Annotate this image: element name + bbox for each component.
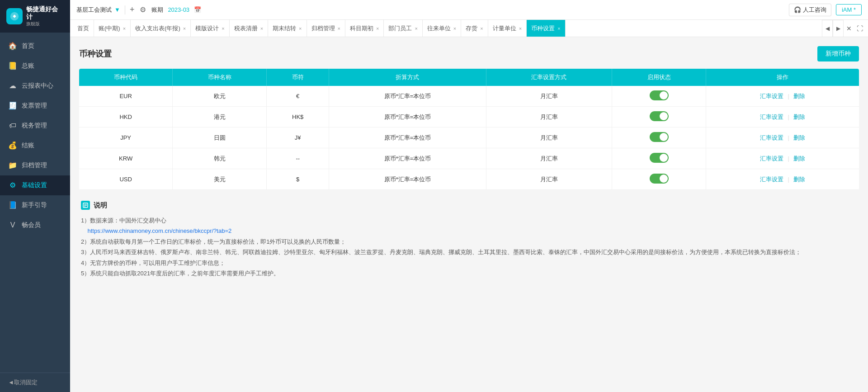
tab-----[interactable]: 税表清册× [230, 20, 268, 37]
rate-settings-link[interactable]: 汇率设置 [760, 155, 783, 162]
tab-close-icon[interactable]: × [376, 26, 379, 31]
currency-symbol: -- [267, 148, 329, 169]
rate-settings-link[interactable]: 汇率设置 [760, 93, 783, 99]
enabled-toggle[interactable] [650, 111, 669, 121]
tab-----[interactable]: 期末结转× [268, 20, 307, 37]
tab-----[interactable]: 归档管理× [307, 20, 345, 37]
tab-close-icon[interactable]: × [415, 26, 417, 31]
tabs-next-btn[interactable]: ▶ [833, 20, 844, 37]
tab-close-icon[interactable]: × [183, 26, 186, 31]
enabled-status [612, 107, 706, 128]
tab----------[interactable]: 收入支出表(年报)× [131, 20, 191, 37]
action-separator: | [788, 93, 789, 99]
tab-close-icon[interactable]: × [480, 26, 483, 31]
main-wrapper: 基层工会测试 ▼ + ⚙ 账期 2023-03 📅 🎧 人工咨询 iAM * 首… [70, 0, 868, 392]
sidebar-item-settings[interactable]: ⚙ 基础设置 [0, 175, 70, 195]
rate-method: 月汇率 [486, 148, 612, 169]
tab---[interactable]: 存货× [461, 20, 488, 37]
notes-item: 3）人民币对马来西亚林吉特、俄罗斯卢布、南非兰特、韩元、阿联酋迪拉姆、沙特里亚尔… [81, 247, 857, 257]
tab-close-icon[interactable]: × [338, 26, 340, 31]
tab-close-icon[interactable]: × [557, 26, 560, 31]
tabs-prev-btn[interactable]: ◀ [822, 20, 833, 37]
currency-code: EUR [79, 86, 173, 107]
tab-----[interactable]: 计量单位× [488, 20, 527, 37]
currency-name: 日圆 [173, 128, 267, 148]
rate-settings-link[interactable]: 汇率设置 [760, 113, 783, 120]
table-row: USD美元$原币*汇率=本位币月汇率 汇率设置 | 删除 [79, 169, 859, 190]
table-body: EUR欧元€原币*汇率=本位币月汇率 汇率设置 | 删除 HKD港元HK$原币*… [79, 86, 859, 190]
delete-link[interactable]: 删除 [793, 93, 805, 99]
account-button[interactable]: iAM * [836, 4, 862, 15]
tab-----[interactable]: 币种设置× [527, 20, 565, 37]
sidebar-item-guide[interactable]: 📘 新手引导 [0, 195, 70, 215]
sidebar-item-checkout[interactable]: 💰 结账 [0, 136, 70, 156]
sidebar-item-report[interactable]: ☁ 云报表中心 [0, 76, 70, 96]
tab-close-icon[interactable]: × [453, 26, 456, 31]
enabled-toggle[interactable] [650, 174, 669, 184]
sidebar-item-label: 畅会员 [22, 221, 41, 229]
sidebar-item-label: 云报表中心 [22, 82, 53, 90]
enabled-toggle[interactable] [650, 132, 669, 142]
sidebar-item-home[interactable]: 🏠 首页 [0, 36, 70, 56]
calendar-icon[interactable]: 📅 [194, 6, 201, 13]
enabled-status [612, 148, 706, 169]
tabs-close-all-btn[interactable]: ✕ [844, 20, 854, 37]
pin-label: ◄取消固定 [8, 378, 38, 387]
delete-link[interactable]: 删除 [793, 113, 805, 120]
tab-----[interactable]: 科目期初× [345, 20, 384, 37]
sidebar-item-invoice[interactable]: 🧾 发票管理 [0, 96, 70, 116]
tabs-expand-btn[interactable]: ⛶ [854, 20, 865, 37]
delete-link[interactable]: 删除 [793, 176, 805, 183]
notes-item: https://www.chinamoney.com.cn/chinese/bk… [81, 226, 857, 236]
rate-method: 月汇率 [486, 86, 612, 107]
toggle-knob [660, 175, 668, 183]
sidebar-pin-toggle[interactable]: ◄取消固定 [0, 373, 70, 392]
invoice-icon: 🧾 [8, 101, 17, 110]
sidebar-item-ledger[interactable]: 📒 总账 [0, 56, 70, 76]
delete-link[interactable]: 删除 [793, 155, 805, 162]
tab-close-icon[interactable]: × [260, 26, 263, 31]
sidebar-item-archive[interactable]: 📁 归档管理 [0, 156, 70, 175]
notes-list: 1）数据来源：中国外汇交易中心 https://www.chinamoney.c… [81, 215, 857, 279]
currency-code: USD [79, 169, 173, 190]
period-value: 2023-03 [168, 6, 189, 13]
tab-label: 归档管理 [311, 24, 335, 33]
tab-----[interactable]: 部门员工× [384, 20, 422, 37]
project-selector[interactable]: 基层工会测试 ▼ [76, 6, 120, 14]
currency-name: 欧元 [173, 86, 267, 107]
settings-icon[interactable]: ⚙ [140, 5, 146, 14]
cloud-icon: ☁ [8, 81, 17, 90]
notes-item: 4）无官方牌价的币种，可以用用户手工维护汇率信息； [81, 258, 857, 268]
tab-label: 往来单位 [427, 24, 451, 33]
tab------[interactable]: 账(中期)× [94, 20, 131, 37]
enabled-toggle[interactable] [650, 90, 669, 100]
tab-close-icon[interactable]: × [299, 26, 302, 31]
tab-close-icon[interactable]: × [222, 26, 224, 31]
tab-----[interactable]: 模版设计× [191, 20, 229, 37]
add-tab-btn[interactable]: + [130, 5, 135, 14]
consult-button[interactable]: 🎧 人工咨询 [789, 4, 831, 16]
tab-label: 存货 [466, 24, 477, 33]
tab-----[interactable]: 往来单位× [423, 20, 461, 37]
currency-symbol: € [267, 86, 329, 107]
action-separator: | [788, 113, 789, 120]
col-header: 币符 [267, 69, 329, 86]
tab-close-icon[interactable]: × [123, 26, 126, 31]
topbar-right: 🎧 人工咨询 iAM * [789, 4, 862, 16]
delete-link[interactable]: 删除 [793, 134, 805, 141]
tab-close-icon[interactable]: × [519, 26, 522, 31]
sidebar-item-tax[interactable]: 🏷 税务管理 [0, 116, 70, 136]
add-currency-button[interactable]: 新增币种 [817, 46, 859, 61]
tab---[interactable]: 首页 [73, 20, 94, 37]
tabs-bar: 首页账(中期)×收入支出表(年报)×模版设计×税表清册×期末结转×归档管理×科目… [70, 20, 868, 37]
rate-settings-link[interactable]: 汇率设置 [760, 176, 783, 183]
row-actions: 汇率设置 | 删除 [706, 169, 859, 190]
notes-external-link[interactable]: https://www.chinamoney.com.cn/chinese/bk… [87, 227, 231, 234]
rate-settings-link[interactable]: 汇率设置 [760, 134, 783, 141]
currency-code: JPY [79, 128, 173, 148]
sidebar-item-member[interactable]: V 畅会员 [0, 215, 70, 235]
enabled-toggle[interactable] [650, 153, 669, 163]
guide-icon: 📘 [8, 201, 17, 210]
tab-label: 部门员工 [388, 24, 412, 33]
col-header: 折算方式 [329, 69, 486, 86]
